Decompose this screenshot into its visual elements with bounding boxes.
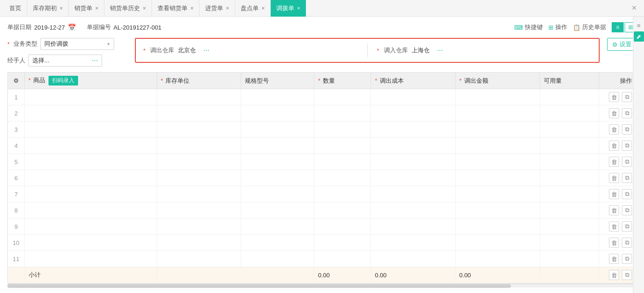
row-qty-cell[interactable] <box>314 138 371 154</box>
row-spec-cell[interactable] <box>241 186 314 202</box>
row-product-cell[interactable] <box>24 154 157 170</box>
row-qty-cell[interactable] <box>314 105 371 122</box>
tab-close-sales-history[interactable]: × <box>143 5 146 12</box>
tab-transfer-order[interactable]: 调拨单 × <box>271 0 306 17</box>
th-gear[interactable]: ⚙ <box>8 73 24 89</box>
row-spec-cell[interactable] <box>241 219 314 235</box>
row-copy-icon[interactable]: ⧉ <box>622 124 632 134</box>
row-11-product[interactable] <box>24 251 157 267</box>
row-available-cell[interactable] <box>540 89 599 105</box>
history-button[interactable]: 📋 历史单据 <box>573 23 606 31</box>
row-spec-cell[interactable] <box>241 105 314 122</box>
tab-close-purchase-order[interactable]: × <box>226 5 229 12</box>
row-qty-cell[interactable] <box>314 89 371 105</box>
row-unit-cell[interactable] <box>157 122 241 138</box>
row-copy-icon[interactable]: ⧉ <box>622 108 632 118</box>
row-available-cell[interactable] <box>540 154 599 170</box>
subtotal-delete-icon[interactable]: 🗑 <box>609 270 619 280</box>
row-delete-icon[interactable]: 🗑 <box>609 205 619 215</box>
row-delete-icon[interactable]: 🗑 <box>609 221 619 232</box>
row-copy-icon[interactable]: ⧉ <box>622 189 632 199</box>
row-11-cost[interactable] <box>371 251 456 267</box>
layout-list-button[interactable]: ≡ <box>612 22 624 32</box>
row-copy-icon[interactable]: ⧉ <box>622 157 632 167</box>
calendar-icon[interactable]: 📅 <box>68 24 76 31</box>
row-unit-cell[interactable] <box>157 235 241 251</box>
scroll-thumb[interactable] <box>7 284 511 288</box>
warehouse-out-dots-icon[interactable]: ··· <box>203 46 209 55</box>
horizontal-scrollbar[interactable] <box>7 284 637 287</box>
row-product-cell[interactable] <box>24 219 157 235</box>
sidebar-export-icon[interactable]: ⬈ <box>634 31 644 42</box>
row-qty-cell[interactable] <box>314 202 371 219</box>
handler-input[interactable]: 选择... ··· <box>28 55 102 67</box>
shortcuts-button[interactable]: ⌨ 快捷键 <box>514 23 543 31</box>
row-product-cell[interactable] <box>24 235 157 251</box>
tab-inventory-check[interactable]: 盘点单 × <box>235 0 271 17</box>
row-cost-cell[interactable] <box>371 170 456 186</box>
tab-purchase-order[interactable]: 进货单 × <box>200 0 235 17</box>
row-spec-cell[interactable] <box>241 235 314 251</box>
row-copy-icon[interactable]: ⧉ <box>622 140 632 151</box>
row-product-cell[interactable] <box>24 89 157 105</box>
row-amount-cell[interactable] <box>456 89 540 105</box>
row-delete-icon[interactable]: 🗑 <box>609 157 619 167</box>
row-delete-icon[interactable]: 🗑 <box>609 140 619 151</box>
row-available-cell[interactable] <box>540 235 599 251</box>
row-delete-icon[interactable]: 🗑 <box>609 92 619 102</box>
row-copy-icon[interactable]: ⧉ <box>622 92 632 102</box>
row-11-amount[interactable] <box>456 251 540 267</box>
row-qty-cell[interactable] <box>314 170 371 186</box>
row-unit-cell[interactable] <box>157 138 241 154</box>
row-unit-cell[interactable] <box>157 89 241 105</box>
row-unit-cell[interactable] <box>157 219 241 235</box>
tab-close-transfer-order[interactable]: × <box>297 5 300 12</box>
tab-inventory-init[interactable]: 库存期初 × <box>27 0 69 17</box>
tab-sales-history[interactable]: 销货单历史 × <box>104 0 152 17</box>
scan-button[interactable]: 扫码录入 <box>49 76 78 85</box>
row-cost-cell[interactable] <box>371 89 456 105</box>
row-spec-cell[interactable] <box>241 170 314 186</box>
tab-home[interactable]: 首页 <box>4 0 27 17</box>
row-copy-icon[interactable]: ⧉ <box>622 238 632 248</box>
operations-button[interactable]: ⊞ 操作 <box>548 23 567 31</box>
row-delete-icon[interactable]: 🗑 <box>609 124 619 134</box>
row-delete-icon[interactable]: 🗑 <box>609 173 619 183</box>
row-delete-icon[interactable]: 🗑 <box>609 238 619 248</box>
row-qty-cell[interactable] <box>314 154 371 170</box>
row-amount-cell[interactable] <box>456 154 540 170</box>
row-cost-cell[interactable] <box>371 186 456 202</box>
row-unit-cell[interactable] <box>157 186 241 202</box>
row-product-cell[interactable] <box>24 105 157 122</box>
row-spec-cell[interactable] <box>241 122 314 138</box>
row-cost-cell[interactable] <box>371 105 456 122</box>
subtotal-copy-icon[interactable]: ⧉ <box>622 270 632 280</box>
sidebar-list-icon[interactable]: ≡ <box>634 20 644 31</box>
tab-close-inventory-check[interactable]: × <box>261 5 265 12</box>
row-amount-cell[interactable] <box>456 105 540 122</box>
row-cost-cell[interactable] <box>371 154 456 170</box>
row-11-available[interactable] <box>540 251 599 267</box>
row-copy-icon[interactable]: ⧉ <box>622 205 632 215</box>
row-available-cell[interactable] <box>540 105 599 122</box>
row-amount-cell[interactable] <box>456 138 540 154</box>
row-cost-cell[interactable] <box>371 219 456 235</box>
row-unit-cell[interactable] <box>157 105 241 122</box>
handler-dots-icon[interactable]: ··· <box>92 56 98 65</box>
tab-close-view-sales[interactable]: × <box>190 5 194 12</box>
row-available-cell[interactable] <box>540 138 599 154</box>
row-available-cell[interactable] <box>540 186 599 202</box>
row-available-cell[interactable] <box>540 219 599 235</box>
row-11-unit[interactable] <box>157 251 241 267</box>
row-delete-icon[interactable]: 🗑 <box>609 189 619 199</box>
row-11-copy-icon[interactable]: ⧉ <box>622 254 632 264</box>
settings-button[interactable]: ⚙ 设置 <box>607 38 637 51</box>
tab-sales-order[interactable]: 销货单 × <box>69 0 104 17</box>
row-copy-icon[interactable]: ⧉ <box>622 173 632 183</box>
row-product-cell[interactable] <box>24 186 157 202</box>
row-qty-cell[interactable] <box>314 235 371 251</box>
tab-view-sales[interactable]: 查看销货单 × <box>152 0 200 17</box>
row-unit-cell[interactable] <box>157 170 241 186</box>
row-11-qty[interactable] <box>314 251 371 267</box>
row-available-cell[interactable] <box>540 122 599 138</box>
